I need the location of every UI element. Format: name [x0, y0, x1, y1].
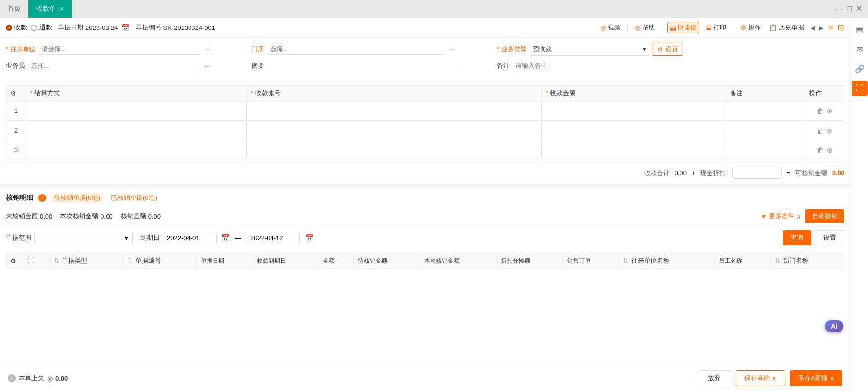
- radio-receipt-label[interactable]: 收款: [6, 23, 27, 32]
- account-cell-1[interactable]: [247, 101, 542, 121]
- tab-home[interactable]: 首页: [0, 0, 28, 18]
- shop-input[interactable]: [267, 44, 445, 55]
- account-cell-2[interactable]: [247, 121, 542, 140]
- ai-badge[interactable]: Ai: [825, 320, 843, 332]
- staff-input[interactable]: [28, 60, 199, 71]
- counterpart-label: 往来单位: [6, 45, 36, 54]
- history-btn[interactable]: 📋 历史单据: [767, 22, 806, 33]
- menu-icon[interactable]: ≡: [828, 23, 833, 33]
- gear-icon[interactable]: ⚙: [10, 90, 16, 97]
- counterpart-more-icon[interactable]: ···: [202, 45, 212, 53]
- calendar-icon[interactable]: 📅: [120, 23, 130, 32]
- radio-refund-label[interactable]: 退款: [31, 23, 52, 32]
- shortcut-btn[interactable]: ▤ 快捷键: [667, 22, 699, 33]
- remark-field: 备注: [497, 60, 683, 71]
- nav-left-icon[interactable]: ◀: [810, 24, 815, 31]
- counterpart-field: 往来单位 ···: [6, 44, 212, 55]
- tab-close-icon[interactable]: ×: [60, 5, 64, 12]
- amount-cell-2[interactable]: [542, 121, 726, 140]
- shop-more-icon[interactable]: ···: [448, 45, 458, 53]
- staff-more-icon[interactable]: ···: [202, 62, 212, 70]
- date-from-calendar-icon[interactable]: 📅: [221, 234, 230, 242]
- bill-info-value: 0.00: [55, 375, 68, 382]
- copy-row-3-icon[interactable]: ⊕: [827, 146, 833, 154]
- sidebar-table-icon[interactable]: ▤: [852, 22, 868, 37]
- note-cell-2[interactable]: [726, 121, 805, 140]
- query-btn[interactable]: 查询: [783, 230, 811, 245]
- save-new-btn[interactable]: 保存&新增 ∧: [790, 370, 842, 386]
- select-all-checkbox[interactable]: [28, 257, 34, 263]
- radio-receipt[interactable]: [6, 25, 12, 31]
- no-value: SK-20230324-001: [163, 24, 216, 31]
- amount-cell-1[interactable]: [542, 101, 726, 121]
- copy-row-2-icon[interactable]: ⊕: [827, 127, 833, 135]
- date-to-input[interactable]: [246, 232, 300, 244]
- expand-icon[interactable]: ⊞: [837, 22, 844, 33]
- filter-settings-btn[interactable]: 设置: [815, 230, 844, 245]
- settle-cell-2[interactable]: [26, 121, 247, 140]
- settings-btn[interactable]: ⚙ 设置: [652, 43, 683, 56]
- action-cell-1: 🗑 ⊕: [805, 101, 844, 121]
- delete-row-1-icon[interactable]: 🗑: [817, 107, 824, 115]
- col-pending-th: 待核销金额: [354, 253, 420, 269]
- sidebar-mail-icon[interactable]: ✉: [852, 41, 868, 57]
- operation-btn[interactable]: ⚙ 操作: [738, 22, 763, 33]
- operation-icon: ⚙: [740, 24, 747, 31]
- date-from-input[interactable]: [163, 232, 217, 244]
- available-label: 可核销金额: [795, 169, 827, 178]
- counterpart-input[interactable]: [39, 44, 200, 55]
- settle-cell-3[interactable]: [26, 140, 247, 160]
- footer-info-icon-circle[interactable]: ◎: [47, 375, 53, 382]
- copy-row-1-icon[interactable]: ⊕: [827, 107, 833, 115]
- video-icon: ◎: [600, 24, 606, 31]
- bottom-table-wrap: ⚙ ⇅ 单据类型 ⇅ 单据编号 单据日期 收款到期日 金额: [0, 249, 850, 273]
- form-row-1: 往来单位 ··· 门店 ··· 业务类型 预收款 ▾ ⚙ 设置: [6, 43, 844, 56]
- footer-info-icon: i: [8, 374, 16, 382]
- more-conditions-btn[interactable]: ▼ 更多条件 ∧: [760, 212, 801, 221]
- range-chevron-icon: ▾: [125, 234, 128, 242]
- nav-right-icon[interactable]: ▶: [819, 24, 824, 31]
- verification-table: ⚙ ⇅ 单据类型 ⇅ 单据编号 单据日期 收款到期日 金额: [6, 253, 844, 269]
- account-cell-3[interactable]: [247, 140, 542, 160]
- available-value: 0.00: [832, 169, 844, 177]
- discount-input[interactable]: [732, 168, 782, 179]
- tab-receipt[interactable]: 收款单 ×: [28, 0, 72, 18]
- window-close-icon[interactable]: ✕: [856, 4, 862, 13]
- delete-row-2-icon[interactable]: 🗑: [817, 127, 824, 135]
- note-cell-3[interactable]: [726, 140, 805, 160]
- range-select[interactable]: ▾: [34, 232, 133, 244]
- col-checkbox-th: ⚙: [6, 253, 24, 269]
- date-field: 单据日期 2023-03-24 📅: [58, 23, 130, 32]
- window-min-icon[interactable]: —: [835, 4, 843, 13]
- delete-row-3-icon[interactable]: 🗑: [817, 146, 824, 154]
- history-icon: 📋: [769, 24, 777, 31]
- no-label: 单据编号: [136, 23, 162, 32]
- tab-completed[interactable]: 已核销单据(0笔): [108, 193, 160, 203]
- print-btn[interactable]: 🖶 打印: [703, 22, 728, 33]
- auto-verify-btn[interactable]: 自动核销: [805, 209, 844, 223]
- biz-type-select[interactable]: 预收款 ▾: [530, 43, 649, 56]
- save-new-chevron-icon: ∧: [830, 375, 835, 382]
- note-cell-1[interactable]: [726, 101, 805, 121]
- date-to-calendar-icon[interactable]: 📅: [305, 234, 313, 242]
- tab-pending[interactable]: 待核销单据(0笔): [51, 193, 103, 203]
- summary-input[interactable]: [267, 60, 458, 71]
- sidebar-link-icon[interactable]: 🔗: [852, 61, 868, 77]
- help-btn[interactable]: ◎ 帮助: [633, 22, 657, 33]
- divider2: [662, 24, 662, 31]
- radio-refund[interactable]: [31, 25, 37, 31]
- amount-cell-3[interactable]: [542, 140, 726, 160]
- settle-cell-1[interactable]: [26, 101, 247, 121]
- chevron-up-icon: ∧: [796, 213, 801, 220]
- range-field: 单据范围 ▾: [6, 232, 133, 244]
- abandon-btn[interactable]: 放弃: [698, 370, 731, 386]
- verification-info-icon[interactable]: i: [38, 194, 46, 202]
- video-btn[interactable]: ◎ 视频: [598, 22, 623, 33]
- window-max-icon[interactable]: □: [847, 4, 852, 13]
- col-amount-th: 金额: [319, 253, 354, 269]
- filter-icon: ▼: [760, 213, 767, 220]
- gear-icon-bottom[interactable]: ⚙: [10, 257, 16, 265]
- sidebar-expand-icon[interactable]: ⛶: [852, 81, 868, 96]
- save-draft-btn[interactable]: 保存草稿 ∧: [736, 370, 785, 386]
- remark-input[interactable]: [513, 60, 683, 71]
